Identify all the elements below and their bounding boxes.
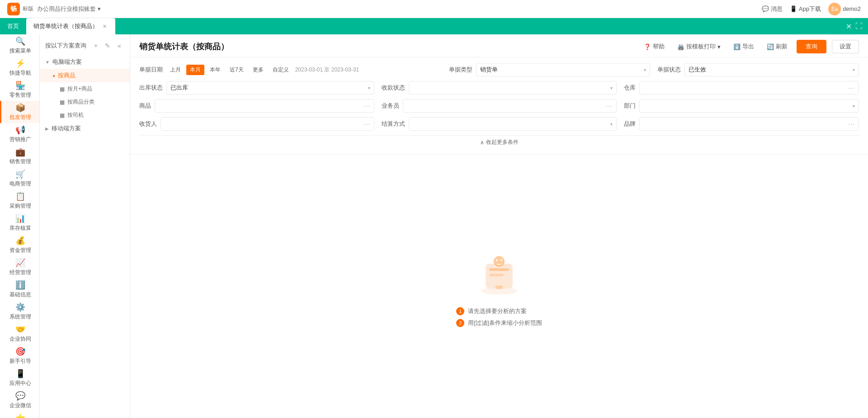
avatar-initial: Ea: [831, 6, 838, 12]
sidebar-item-purchase[interactable]: 📋 采购管理: [0, 190, 39, 212]
out-status-label: 出库状态: [139, 84, 163, 92]
quick-nav-icon: ⚡: [15, 58, 25, 68]
export-btn[interactable]: ⬇️ 导出: [730, 41, 758, 52]
out-status-value: 已出库: [170, 84, 368, 92]
left-panel-header: 按以下方案查询 ＋ ✎ «: [40, 38, 130, 53]
sidebar-item-marketing[interactable]: 📢 营销推广: [0, 123, 39, 145]
sidebar-item-app-center[interactable]: 📱 应用中心: [0, 367, 39, 389]
tab-report-close[interactable]: ✕: [101, 23, 108, 30]
tree-sub-item-by-category-label: 按商品分类: [67, 98, 94, 106]
sidebar-item-quick-nav[interactable]: ⚡ 快捷导航: [0, 57, 39, 79]
empty-tip-2: 2 用[过滤]条件来缩小分析范围: [456, 319, 542, 327]
sidebar-label-app-center: 应用中心: [9, 380, 31, 387]
sidebar-item-inventory[interactable]: 📊 库存核算: [0, 212, 39, 234]
tree-sub-item-by-category[interactable]: ▦ 按商品分类: [40, 95, 130, 109]
date-tab-current-year[interactable]: 本年: [206, 65, 224, 75]
date-tab-last7[interactable]: 近7天: [226, 65, 247, 75]
doc-type-label: 单据类型: [449, 66, 472, 74]
sidebar-item-system[interactable]: ⚙️ 系统管理: [0, 300, 39, 323]
tree-group-desktop-label: 电脑端方案: [52, 58, 82, 66]
tree-sub-item-by-category-icon: ▦: [60, 99, 65, 105]
sidebar-label-sales: 销售管理: [9, 158, 31, 166]
wholesale-icon: 📦: [15, 103, 25, 113]
query-btn[interactable]: 查询: [797, 40, 826, 53]
doc-type-value: 销货单: [480, 66, 644, 74]
settlement-select[interactable]: ▾: [409, 117, 617, 131]
sidebar-item-retail[interactable]: 🏪 零售管理: [0, 79, 39, 101]
sidebar-item-member[interactable]: ⭐ 畅会员: [0, 411, 39, 418]
filter-field-pay-status: 收款状态 ▾: [382, 81, 617, 95]
pay-status-select[interactable]: ▾: [409, 81, 617, 95]
print-arrow: ▾: [717, 43, 721, 50]
workspace-name: 办公用品行业模拟账套: [37, 5, 96, 13]
collapse-btn[interactable]: ∧ 收起更多条件: [139, 135, 859, 149]
receiver-dots[interactable]: ···: [363, 120, 370, 128]
collapse-label: 收起更多条件: [486, 138, 519, 146]
tab-home[interactable]: 首页: [0, 18, 26, 34]
refresh-btn[interactable]: 🔄 刷新: [763, 41, 791, 52]
filter-row-3: 商品 ··· 业务员 ···: [139, 99, 859, 113]
retail-icon: 🏪: [15, 81, 25, 90]
receiver-label: 收货人: [139, 120, 157, 128]
workspace-selector[interactable]: 办公用品行业模拟账套 ▾: [37, 5, 101, 13]
svg-point-6: [500, 259, 502, 261]
tree-group-mobile-header[interactable]: ▶ 移动端方案: [40, 122, 130, 135]
out-status-select[interactable]: 已出库 ▾: [166, 81, 374, 95]
tab-report[interactable]: 销货单统计表（按商品） ✕: [26, 18, 115, 34]
sidebar-item-search[interactable]: 🔍 搜索菜单: [0, 34, 39, 57]
sidebar-item-wechat[interactable]: 💬 企业微信: [0, 389, 39, 411]
collapse-panel-btn[interactable]: «: [114, 41, 124, 51]
receiver-control[interactable]: ···: [160, 117, 374, 131]
sidebar-item-guide[interactable]: 🎯 新手引导: [0, 345, 39, 367]
salesperson-control[interactable]: ···: [403, 99, 617, 113]
product-control[interactable]: ···: [155, 99, 374, 113]
content-area: 按以下方案查询 ＋ ✎ «: [40, 34, 868, 418]
app-download-btn[interactable]: 📱 App下载: [790, 5, 821, 13]
settings-btn[interactable]: 设置: [832, 40, 859, 53]
sidebar-label-purchase: 采购管理: [9, 202, 31, 210]
tree-group-desktop-header[interactable]: ▼ 电脑端方案: [40, 55, 130, 69]
brand-dots[interactable]: ···: [848, 120, 855, 128]
department-arrow: ▾: [853, 104, 855, 109]
print-btn[interactable]: 🖨️ 按模板打印 ▾: [674, 41, 724, 52]
department-select[interactable]: ▾: [639, 99, 859, 113]
date-tab-current-month[interactable]: 本月: [186, 65, 204, 75]
tab-expand-icon[interactable]: ⛶: [855, 22, 863, 30]
message-btn[interactable]: 💬 消息: [762, 5, 783, 13]
system-icon: ⚙️: [15, 302, 25, 312]
sidebar-item-enterprise[interactable]: 🤝 企业协同: [0, 323, 39, 345]
filter-field-brand: 品牌 ···: [624, 117, 859, 131]
tab-close-icon[interactable]: ✕: [846, 22, 852, 31]
sidebar-item-basic[interactable]: ℹ️ 基础信息: [0, 278, 39, 300]
user-area[interactable]: Ea demo2: [828, 3, 861, 15]
date-tab-custom[interactable]: 自定义: [269, 65, 292, 75]
salesperson-dots[interactable]: ···: [606, 102, 613, 109]
sidebar-item-finance[interactable]: 💰 资金管理: [0, 234, 39, 256]
brand-control[interactable]: ···: [639, 117, 859, 131]
warehouse-dots[interactable]: ···: [848, 84, 855, 91]
sidebar-item-ecommerce[interactable]: 🛒 电商管理: [0, 167, 39, 190]
sidebar-item-operations[interactable]: 📈 经营管理: [0, 256, 39, 278]
sidebar-item-wholesale[interactable]: 📦 批发管理: [0, 101, 39, 123]
tree-sub-item-by-machine[interactable]: ▦ 按司机: [40, 109, 130, 122]
product-dots[interactable]: ···: [363, 102, 370, 109]
product-label: 商品: [139, 102, 151, 110]
main-layout: 🔍 搜索菜单 ⚡ 快捷导航 🏪 零售管理 📦 批发管理 📢 营销推广 💼 销售管…: [0, 34, 868, 418]
sidebar-item-sales[interactable]: 💼 销售管理: [0, 145, 39, 167]
doc-type-select[interactable]: 销货单 ▾: [476, 63, 651, 76]
date-tab-more[interactable]: 更多: [249, 65, 267, 75]
warehouse-control[interactable]: ···: [639, 81, 859, 95]
tree-sub-item-by-month-product[interactable]: ▦ 按月+商品: [40, 82, 130, 95]
tree-item-by-product[interactable]: ● 按商品: [40, 69, 130, 82]
left-panel: 按以下方案查询 ＋ ✎ «: [40, 34, 130, 418]
tree-sub-item-by-machine-label: 按司机: [67, 111, 84, 119]
tree-group-mobile-label: 移动端方案: [52, 124, 81, 133]
edit-scheme-btn[interactable]: ✎: [103, 41, 113, 51]
refresh-icon: 🔄: [767, 43, 774, 50]
help-btn[interactable]: ❓ 帮助: [640, 41, 668, 52]
add-scheme-btn[interactable]: ＋: [91, 41, 101, 51]
date-tab-last-month[interactable]: 上月: [166, 65, 184, 75]
doc-status-select[interactable]: 已生效 ▾: [684, 63, 859, 76]
filter-field-department: 部门 ▾: [624, 99, 859, 113]
app-download-icon: 📱: [790, 5, 797, 12]
